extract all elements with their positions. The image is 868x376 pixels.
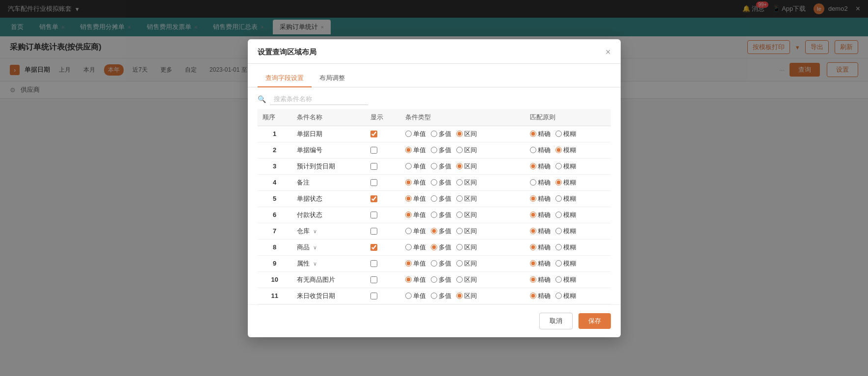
- dialog-search-area: 🔍: [248, 87, 621, 99]
- search-icon: 🔍: [258, 95, 266, 99]
- dialog-tab-fields[interactable]: 查询字段设置: [258, 70, 312, 87]
- modal-overlay: 设置查询区域布局 × 查询字段设置 布局调整 🔍 顺序 条件名称: [0, 0, 868, 99]
- dialog-tab-layout[interactable]: 布局调整: [312, 70, 353, 87]
- dialog-title: 设置查询区域布局: [258, 48, 316, 57]
- search-input[interactable]: [270, 93, 368, 99]
- dialog-tabs: 查询字段设置 布局调整: [248, 64, 621, 87]
- dialog-tab-layout-label: 布局调整: [319, 74, 345, 81]
- settings-dialog: 设置查询区域布局 × 查询字段设置 布局调整 🔍 顺序 条件名称: [248, 39, 621, 99]
- dialog-tab-fields-label: 查询字段设置: [265, 74, 304, 81]
- dialog-header: 设置查询区域布局 ×: [248, 39, 621, 64]
- dialog-close-button[interactable]: ×: [605, 47, 611, 57]
